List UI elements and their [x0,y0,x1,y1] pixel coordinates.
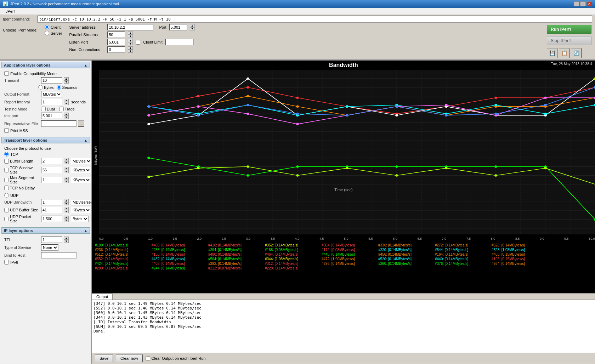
client-limit-checkbox[interactable] [136,40,140,45]
run-iperf-button[interactable]: Run IPerf! [547,25,591,34]
bytes-radio[interactable] [38,85,43,90]
buffer-spin-down[interactable]: ▼ [64,161,69,164]
enable-compat-checkbox[interactable] [4,71,9,76]
print-mss-checkbox[interactable] [4,128,9,133]
server-address-input[interactable] [107,24,153,30]
numconn-spin-up[interactable]: ▲ [128,46,133,50]
close-button[interactable]: ✕ [586,1,592,6]
ttl-spin-down[interactable]: ▼ [64,240,69,243]
max-segment-unit-select[interactable]: KBytes [71,177,91,183]
tcp-radio[interactable] [4,152,9,157]
udppkt-spin-down[interactable]: ▼ [64,219,69,222]
port-input[interactable] [169,24,187,30]
udp-buffer-unit-select[interactable]: KBytes [71,207,91,213]
bind-host-input[interactable] [41,252,76,258]
report-interval-input[interactable] [41,99,62,105]
udp-packet-input[interactable] [41,216,62,222]
ttl-spin-up[interactable]: ▲ [64,237,69,240]
udp-buffer-checkbox[interactable] [4,208,9,212]
buffer-length-checkbox[interactable] [4,159,9,164]
test-port-input[interactable] [41,113,62,119]
output-format-select[interactable]: MBytes [41,91,62,97]
tcpwin-spin-up[interactable]: ▲ [64,167,69,170]
report-spin-down[interactable]: ▼ [64,102,69,105]
dual-checkbox[interactable] [41,107,46,111]
udp-bw-input[interactable] [41,199,62,205]
clear-now-button[interactable]: Clear now [116,354,143,362]
seconds-radio-label[interactable]: Seconds [57,85,78,90]
report-spin-up[interactable]: ▲ [64,99,69,102]
transmit-spin-down[interactable]: ▼ [64,80,69,84]
client-radio[interactable] [45,25,49,29]
stop-iperf-button[interactable]: Stop IPerf! [547,36,591,45]
udp-buffer-checkbox-label[interactable]: UDP Buffer Size [4,208,40,212]
rep-file-browse-button[interactable]: ... [78,120,84,127]
tcp-radio-label[interactable]: TCP [4,152,18,157]
tcp-window-unit-select[interactable]: KBytes [71,167,91,173]
port-spin-down[interactable]: ▼ [190,27,195,30]
listen-spin-down[interactable]: ▼ [128,42,133,45]
output-tab[interactable]: Output [92,294,113,300]
listen-port-input[interactable] [107,39,125,45]
udp-bw-unit-select[interactable]: MBytes/sec [71,199,92,205]
listen-spin-up[interactable]: ▲ [128,39,133,42]
menu-jperf[interactable]: JPerf [3,8,18,14]
testport-spin-down[interactable]: ▼ [64,116,69,119]
tcp-window-checkbox-label[interactable]: TCP Window Size [4,166,40,174]
iperf-command-input[interactable] [38,16,592,23]
client-radio-label[interactable]: Client [45,25,62,29]
trade-checkbox-label[interactable]: Trade [59,107,75,111]
maxseg-spin-up[interactable]: ▲ [64,177,69,180]
save-icon-button[interactable]: 💾 [547,48,557,58]
refresh-icon-button[interactable]: 🔄 [571,48,582,58]
server-radio[interactable] [45,31,49,35]
bytes-radio-label[interactable]: Bytes [38,85,54,90]
numconn-spin-down[interactable]: ▼ [128,50,133,53]
udpbuf-spin-up[interactable]: ▲ [64,207,69,210]
udp-buffer-input[interactable] [41,207,62,213]
app-layer-collapse-btn[interactable]: ▲ [84,63,87,67]
ipv6-checkbox[interactable] [4,260,9,265]
clear-on-run-label[interactable]: Clear Output on each Iperf Run [146,356,206,361]
tcp-window-checkbox[interactable] [4,168,9,172]
tcpwin-spin-down[interactable]: ▼ [64,170,69,173]
minimize-button[interactable]: ─ [574,1,579,6]
maxseg-spin-down[interactable]: ▼ [64,180,69,183]
save-button[interactable]: Save [95,354,113,362]
udp-radio[interactable] [4,193,9,198]
tcp-no-delay-checkbox[interactable] [4,186,9,190]
transmit-spin-up[interactable]: ▲ [64,77,69,80]
maximize-button[interactable]: □ [580,1,586,6]
num-connections-input[interactable] [107,46,125,53]
transport-layer-collapse-btn[interactable]: ▲ [84,138,87,142]
udppkt-spin-up[interactable]: ▲ [64,216,69,219]
tos-select[interactable]: None [41,244,58,251]
rep-file-input[interactable] [41,120,76,127]
tcp-no-delay-label[interactable]: TCP No Delay [4,186,35,190]
parallel-spin-up[interactable]: ▲ [128,32,133,35]
max-segment-checkbox-label[interactable]: Max Segment Size [4,176,40,184]
tcp-window-input[interactable] [41,167,62,173]
udp-radio-label[interactable]: UDP [4,193,18,198]
testport-spin-up[interactable]: ▲ [64,113,69,116]
udpbw-spin-down[interactable]: ▼ [64,202,69,205]
clear-on-run-checkbox[interactable] [146,356,150,361]
buffer-length-input[interactable] [41,158,62,164]
parallel-spin-down[interactable]: ▼ [128,35,133,38]
client-limit-input[interactable] [165,39,194,45]
buffer-unit-select[interactable]: MBytes [71,158,92,164]
ip-layer-collapse-btn[interactable]: ▲ [84,229,87,233]
dual-checkbox-label[interactable]: Dual [41,107,55,111]
udp-packet-checkbox-label[interactable]: UDP Packet Size [4,215,40,223]
buffer-spin-up[interactable]: ▲ [64,158,69,161]
udp-packet-checkbox[interactable] [4,217,9,221]
parallel-streams-input[interactable] [107,32,125,38]
max-segment-input[interactable] [41,177,62,183]
copy-icon-button[interactable]: 📋 [559,48,570,58]
ttl-input[interactable] [41,237,62,243]
trade-checkbox[interactable] [59,107,64,111]
transmit-input[interactable] [41,77,62,84]
udp-packet-unit-select[interactable]: Bytes [71,216,89,222]
udpbw-spin-up[interactable]: ▲ [64,199,69,202]
udpbuf-spin-down[interactable]: ▼ [64,210,69,213]
